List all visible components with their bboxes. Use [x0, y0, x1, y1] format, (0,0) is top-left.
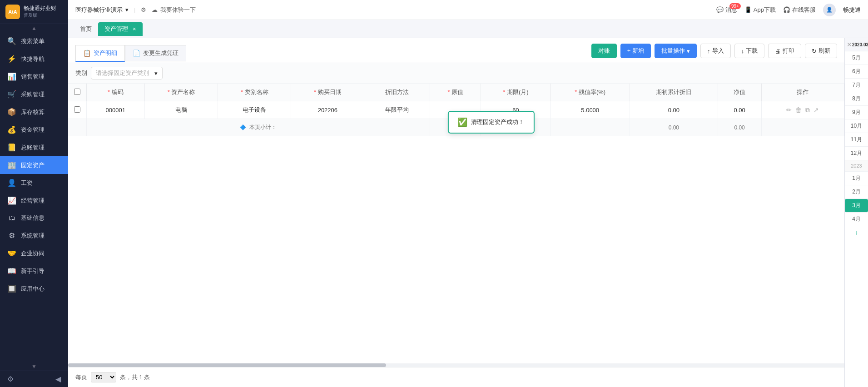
row-initial-accumulated: 0.00 [630, 101, 718, 119]
content: 📋 资产明细 📄 变更生成凭证 对账 + 新增 批量操作 [68, 38, 868, 387]
tab-asset-management[interactable]: 资产管理 × [98, 22, 143, 36]
gear-icon: ⚙ [141, 6, 146, 13]
subtotal-empty-check [68, 119, 86, 136]
sidebar-scroll-up[interactable]: ▲ [0, 24, 68, 32]
collapse-sidebar-icon[interactable]: ◀ [55, 375, 61, 383]
sidebar-item-wages[interactable]: 👤 工资 [0, 174, 68, 192]
content-main: 📋 资产明细 📄 变更生成凭证 对账 + 新增 批量操作 [68, 38, 844, 387]
sidebar-item-fixed-assets[interactable]: 🏢 固定资产 [0, 156, 68, 174]
cal-month-3-current[interactable]: 3月 [845, 199, 868, 213]
sidebar-item-ledger[interactable]: 📒 总账管理 [0, 139, 68, 156]
cal-month-1[interactable]: 1月 [845, 172, 868, 185]
header-initial-accumulated: 期初累计折旧 [630, 84, 718, 101]
operations-icon: 📈 [7, 196, 16, 205]
tab-asset-detail[interactable]: 📋 资产明细 [75, 45, 125, 62]
row-depreciation: 年限平均 [364, 101, 430, 119]
download-btn[interactable]: ↓ 下载 [734, 44, 765, 58]
cal-month-6[interactable]: 6月 [845, 65, 868, 79]
batch-btn[interactable]: 批量操作 ▾ [655, 44, 697, 58]
cal-month-8[interactable]: 8月 [845, 92, 868, 106]
sidebar-item-label: 基础信息 [21, 214, 45, 222]
sidebar-item-enterprise[interactable]: 🤝 企业协同 [0, 244, 68, 262]
experience-btn[interactable]: ☁ 我要体验一下 [152, 6, 196, 14]
sidebar-item-app-center[interactable]: 🔲 应用中心 [0, 280, 68, 298]
sidebar-item-sales[interactable]: 📊 销售管理 [0, 68, 68, 85]
sidebar-item-funds[interactable]: 💰 资金管理 [0, 121, 68, 139]
app-download-btn[interactable]: 📱 App下载 [744, 6, 776, 14]
calendar-close-btn[interactable]: ✕ [847, 41, 852, 48]
change-voucher-icon: 📄 [133, 50, 140, 57]
guide-icon: 📖 [7, 267, 16, 275]
cal-month-11[interactable]: 11月 [845, 133, 868, 147]
online-service-btn[interactable]: 🎧 在线客服 [783, 6, 816, 14]
per-page-select[interactable]: 50 100 [91, 372, 116, 382]
reconcile-btn[interactable]: 对账 [591, 44, 617, 58]
delete-icon[interactable]: 🗑 [795, 106, 802, 114]
topbar-right: 💬 消息 99+ 📱 App下载 🎧 在线客服 👤 畅捷通 [716, 4, 861, 16]
company-name: 医疗器械行业演示 [75, 6, 123, 14]
cal-month-9[interactable]: 9月 [845, 106, 868, 119]
refresh-label: 刷新 [818, 47, 830, 55]
import-icon: ↑ [707, 48, 710, 55]
app-center-icon: 🔲 [7, 284, 16, 293]
select-all-checkbox[interactable] [74, 89, 80, 95]
messages-btn[interactable]: 💬 消息 99+ [716, 6, 737, 14]
calendar-scroll[interactable]: 5月 6月 7月 8月 9月 10月 11月 12月 2023 1月 2月 3月… [845, 51, 868, 387]
sidebar-item-operations[interactable]: 📈 经营管理 [0, 192, 68, 209]
main-area: 医疗器械行业演示 ▾ | ⚙ ☁ 我要体验一下 💬 消息 99+ 📱 App下载… [68, 0, 868, 387]
calendar-panel: ✕ 2023.03 ⤢ 5月 6月 7月 8月 9月 10月 11月 12月 2… [844, 38, 868, 387]
copy-icon[interactable]: ⧉ [805, 106, 810, 114]
cal-month-4[interactable]: 4月 [845, 213, 868, 226]
user-name: 畅捷通 [843, 6, 861, 14]
cal-month-7[interactable]: 7月 [845, 79, 868, 92]
app-sub: 普及版 [24, 12, 56, 19]
sidebar-item-inventory[interactable]: 📦 库存核算 [0, 103, 68, 121]
horizontal-scrollbar[interactable] [68, 363, 844, 367]
scrollbar-thumb[interactable] [68, 363, 386, 367]
company-dropdown-icon: ▾ [125, 6, 129, 13]
cal-month-12[interactable]: 12月 [845, 147, 868, 160]
sidebar-item-search[interactable]: 🔍 搜索菜单 [0, 32, 68, 50]
sidebar-item-quick-nav[interactable]: ⚡ 快捷导航 [0, 50, 68, 68]
settings-btn[interactable]: ⚙ [141, 6, 146, 13]
category-select[interactable]: 请选择固定资产类别 ▾ [91, 67, 163, 79]
sidebar-item-purchase[interactable]: 🛒 采购管理 [0, 85, 68, 103]
import-label: 导入 [712, 47, 724, 55]
table-header-row: * 编码 * 资产名称 * 类别名称 [68, 84, 844, 101]
cal-month-2[interactable]: 2月 [845, 185, 868, 199]
wages-icon: 👤 [7, 179, 16, 187]
print-btn[interactable]: 🖨 打印 [768, 44, 801, 58]
sidebar-item-basic-info[interactable]: 🗂 基础信息 [0, 209, 68, 227]
print-icon: 🖨 [775, 48, 781, 55]
sidebar-item-guide[interactable]: 📖 新手引导 [0, 262, 68, 280]
sidebar-scroll-down[interactable]: ▼ [0, 362, 68, 371]
row-checkbox[interactable] [74, 106, 80, 113]
change-voucher-label: 变更生成凭证 [143, 49, 179, 57]
cal-month-10[interactable]: 10月 [845, 119, 868, 133]
row-purchase-date: 202206 [291, 101, 364, 119]
subtotal-icon: 🔷 [240, 124, 246, 130]
ledger-icon: 📒 [7, 143, 16, 152]
import-btn[interactable]: ↑ 导入 [700, 44, 731, 58]
sidebar-item-system[interactable]: ⚙ 系统管理 [0, 227, 68, 244]
new-btn[interactable]: + 新增 [620, 44, 651, 58]
sidebar-item-label: 工资 [21, 179, 33, 187]
edit-icon[interactable]: ✏ [786, 106, 792, 114]
header-purchase-date: * 购买日期 [291, 84, 364, 101]
row-checkbox-cell [68, 101, 86, 119]
tab-change-voucher[interactable]: 📄 变更生成凭证 [125, 45, 186, 61]
settings-icon[interactable]: ⚙ [7, 375, 14, 383]
user-avatar[interactable]: 👤 [823, 4, 836, 16]
download-icon: ↓ [741, 48, 744, 55]
tab-home[interactable]: 首页 [75, 22, 96, 36]
cal-month-5[interactable]: 5月 [845, 51, 868, 65]
subtotal-empty-action [761, 119, 844, 136]
more-icon[interactable]: ↗ [813, 106, 819, 114]
refresh-btn[interactable]: ↻ 刷新 [805, 44, 837, 58]
company-selector[interactable]: 医疗器械行业演示 ▾ [75, 6, 129, 14]
tab-close-icon[interactable]: × [133, 25, 136, 32]
category-label: 类别 [75, 69, 87, 77]
calendar-go-today[interactable]: ↓ [845, 226, 868, 238]
subtotal-net: 0.00 [718, 119, 761, 136]
refresh-icon: ↻ [812, 48, 817, 55]
